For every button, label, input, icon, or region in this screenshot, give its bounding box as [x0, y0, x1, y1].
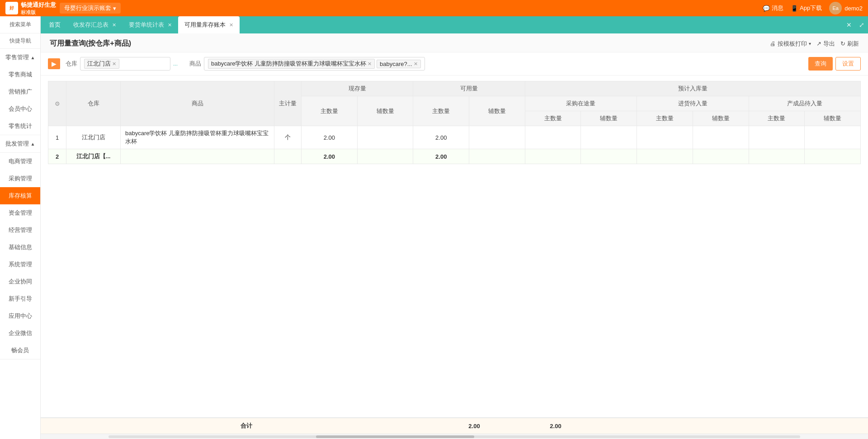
tab-close-icon[interactable]: ✕	[112, 22, 116, 28]
row-inbound-pending-aux	[693, 149, 749, 164]
tab-receipt-summary[interactable]: 收发存汇总表 ✕	[67, 16, 123, 33]
sidebar-item-ecommerce-mgmt[interactable]: 电商管理	[0, 153, 40, 170]
warehouse-tag-close-icon[interactable]: ✕	[112, 61, 116, 67]
footer-total-label: 合计	[241, 422, 252, 430]
sidebar-item-enterprise-wechat[interactable]: 企业微信	[0, 325, 40, 342]
query-button[interactable]: 查询	[808, 57, 833, 71]
tab-close-icon[interactable]: ✕	[229, 22, 233, 28]
sidebar-label: 零售管理	[5, 53, 29, 61]
user-info[interactable]: Ea demo2	[829, 2, 863, 14]
horizontal-scrollbar[interactable]	[41, 434, 868, 439]
sidebar-item-newbie-guide[interactable]: 新手引导	[0, 290, 40, 307]
sidebar-item-retail-stats[interactable]: 零售统计	[0, 118, 40, 135]
warehouse-filter-label: 仓库	[66, 60, 77, 68]
warehouse-filter-input[interactable]: 江北门店 ✕	[80, 57, 170, 71]
sidebar-item-member-center[interactable]: 会员中心	[0, 100, 40, 118]
filter-actions: 查询 设置	[808, 57, 861, 71]
tab-close-icon[interactable]: ✕	[168, 22, 172, 28]
tab-home[interactable]: 首页	[42, 16, 67, 33]
scrollbar-track[interactable]	[108, 435, 800, 438]
refresh-label: 刷新	[847, 40, 859, 48]
sidebar-item-enterprise-collab[interactable]: 企业协同	[0, 273, 40, 290]
row-unit: 个	[274, 126, 302, 149]
sidebar-label: 采购管理	[9, 175, 32, 183]
row-product: babycare学饮杯 儿童防摔防撞吸管杯重力球吸嘴杯宝宝水杯	[121, 126, 274, 149]
sidebar-label: 零售商城	[9, 71, 32, 79]
template-print-btn[interactable]: 🖨 按模板打印 ▾	[770, 40, 811, 48]
tab-bar: 首页 收发存汇总表 ✕ 要货单统计表 ✕ 可用量库存账本 ✕ ✕ ⤢	[41, 16, 868, 33]
col-product-header: 商品	[121, 81, 274, 126]
sidebar-item-operations-mgmt[interactable]: 经营管理	[0, 222, 40, 239]
purchase-transit-main-header: 主数量	[525, 111, 581, 126]
refresh-btn[interactable]: ↻ 刷新	[840, 40, 859, 48]
sidebar-item-retail-mgmt[interactable]: 零售管理 ▲	[0, 49, 40, 66]
sidebar-item-finance-mgmt[interactable]: 资金管理	[0, 204, 40, 222]
settings-button[interactable]: 设置	[835, 57, 861, 71]
tab-bar-right: ✕ ⤢	[844, 19, 866, 30]
message-btn[interactable]: 💬 消息	[763, 4, 783, 12]
print-icon: 🖨	[770, 40, 776, 47]
sidebar-item-retail-mall[interactable]: 零售商城	[0, 66, 40, 83]
row-available-aux	[469, 149, 525, 164]
refresh-icon: ↻	[840, 40, 845, 47]
tab-available-ledger[interactable]: 可用量库存账本 ✕	[178, 16, 240, 33]
user-name: demo2	[844, 5, 863, 12]
expand-window-btn[interactable]: ⤢	[857, 19, 866, 30]
page-header-actions: 🖨 按模板打印 ▾ ↗ 导出 ↻ 刷新	[770, 40, 859, 48]
row-purchase-transit-main	[525, 149, 581, 164]
sidebar-label: 基础信息	[9, 243, 32, 251]
row-purchase-transit-aux	[581, 149, 637, 164]
dropdown-icon: ▾	[113, 5, 116, 12]
sidebar-item-sys-mgmt[interactable]: 系统管理	[0, 256, 40, 273]
footer-current-main-total: 2.00	[454, 423, 495, 430]
industry-selector[interactable]: 母婴行业演示账套 ▾	[60, 3, 121, 14]
industry-label: 母婴行业演示账套	[64, 4, 111, 12]
brand-name: 畅捷通好生意	[21, 1, 56, 9]
sidebar-item-app-center[interactable]: 应用中心	[0, 307, 40, 325]
sidebar-label: 电商管理	[9, 157, 32, 165]
purchase-transit-header: 采购在途量	[525, 96, 637, 111]
page-header: 可用量查询(按仓库+商品) 🖨 按模板打印 ▾ ↗ 导出 ↻ 刷新	[41, 33, 868, 52]
sidebar-item-marketing[interactable]: 营销推广	[0, 83, 40, 100]
sidebar-item-inventory-check[interactable]: 库存核算	[0, 187, 40, 204]
export-btn[interactable]: ↗ 导出	[816, 40, 835, 48]
filter-toggle-btn[interactable]: ▶	[48, 58, 60, 69]
row-current-main: 2.00	[302, 126, 358, 149]
scrollbar-thumb[interactable]	[316, 435, 474, 438]
main-layout: 搜索菜单 快捷导航 零售管理 ▲ 零售商城 营销推广 会员中心 零售统计 批发管…	[0, 16, 868, 439]
inbound-pending-aux-header: 辅数量	[693, 111, 749, 126]
table-area: ⚙ 仓库 商品 主计量 现存量 可用量 预计入库量 主数量 辅数量	[41, 76, 868, 417]
row-production-pending-aux	[805, 126, 861, 149]
sidebar-quick-nav[interactable]: 快捷导航	[0, 33, 40, 49]
product-tag-close-icon[interactable]: ✕	[368, 61, 372, 67]
sidebar-item-basic-info[interactable]: 基础信息	[0, 239, 40, 256]
page-content: 可用量查询(按仓库+商品) 🖨 按模板打印 ▾ ↗ 导出 ↻ 刷新	[41, 33, 868, 439]
sidebar-item-pro-member[interactable]: 畅会员	[0, 342, 40, 359]
brand-logo: 好 畅捷通好生意 标准版	[5, 1, 56, 16]
sidebar-label: 经营管理	[9, 226, 32, 234]
sidebar-search[interactable]: 搜索菜单	[0, 16, 40, 33]
row-inbound-pending-main	[637, 149, 693, 164]
row-available-aux	[469, 126, 525, 149]
product-filter-input[interactable]: babycare学饮杯 儿童防摔防撞吸管杯重力球吸嘴杯宝宝水杯 ✕ babyca…	[204, 57, 425, 71]
dropdown-icon: ▾	[809, 41, 811, 46]
message-icon: 💬	[763, 5, 770, 12]
col-no-header: ⚙	[48, 81, 66, 126]
table-footer: 合计 2.00 2.00	[41, 417, 868, 434]
sidebar-label: 营销推广	[9, 88, 32, 96]
app-download-btn[interactable]: 📱 App下载	[791, 4, 822, 12]
chevron-down-icon: ▲	[31, 142, 35, 146]
settings-gear-icon[interactable]: ⚙	[55, 100, 60, 107]
close-window-btn[interactable]: ✕	[844, 19, 854, 30]
app-icon: 📱	[791, 5, 798, 12]
product-tag-close-icon-2[interactable]: ✕	[414, 61, 418, 67]
sidebar-item-purchase-mgmt[interactable]: 采购管理	[0, 170, 40, 187]
filter-more-btn[interactable]: ...	[173, 61, 178, 67]
current-aux-qty-header: 辅数量	[357, 96, 413, 126]
sidebar-item-wholesale-mgmt[interactable]: 批发管理 ▲	[0, 135, 40, 152]
col-warehouse-header: 仓库	[66, 81, 121, 126]
row-inbound-pending-aux	[693, 126, 749, 149]
tab-label: 收发存汇总表	[73, 21, 108, 29]
tab-order-stats[interactable]: 要货单统计表 ✕	[123, 16, 178, 33]
sidebar-section-retail: 零售管理 ▲ 零售商城 营销推广 会员中心 零售统计	[0, 49, 40, 135]
